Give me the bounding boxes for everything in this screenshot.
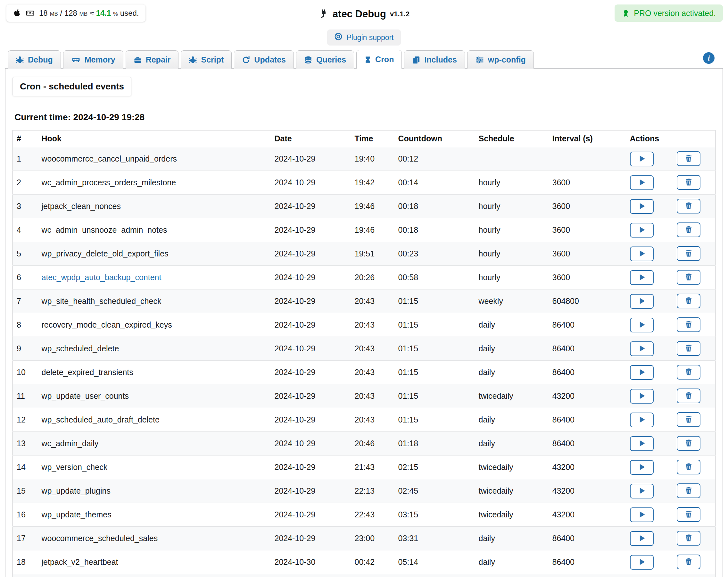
run-now-button[interactable] [630,294,654,309]
tab-label: Repair [146,55,171,65]
run-now-button[interactable] [630,223,654,237]
plugin-support-label: Plugin support [346,33,393,42]
delete-event-button[interactable] [677,199,700,214]
table-row: 6atec_wpdp_auto_backup_content2024-10-29… [13,266,716,290]
delete-event-button[interactable] [677,507,700,522]
row-schedule: daily [475,527,549,550]
hook-link[interactable]: atec_wpdp_auto_backup_content [42,273,161,282]
delete-event-button[interactable] [677,436,700,451]
delete-event-button[interactable] [677,270,700,285]
row-date: 2024-10-29 [271,408,351,432]
row-date: 2024-10-29 [271,195,351,218]
run-now-button[interactable] [630,152,654,166]
refresh-icon [242,56,250,64]
delete-event-button[interactable] [677,531,700,546]
run-now-button[interactable] [630,389,654,404]
tab-memory[interactable]: Memory [63,50,123,69]
hook-name: wp_update_plugins [42,486,110,495]
run-now-button[interactable] [630,507,654,522]
table-row: 4wc_admin_unsnooze_admin_notes2024-10-29… [13,218,716,242]
tab-script[interactable]: Script [181,50,232,69]
tab-cron[interactable]: Cron [356,50,402,69]
hook-name: delete_expired_transients [42,368,133,377]
tab-includes[interactable]: Includes [404,50,465,69]
row-interval: 43200 [549,479,626,503]
row-actions [626,266,716,290]
table-row: 3jetpack_clean_nonces2024-10-2919:4600:1… [13,195,716,218]
table-row: 9wp_scheduled_delete2024-10-2920:4301:15… [13,337,716,361]
row-number: 16 [13,503,38,527]
row-schedule: hourly [475,266,549,290]
row-number: 12 [13,408,38,432]
trash-icon [685,510,693,520]
column-header: Schedule [475,130,549,147]
run-now-button[interactable] [630,436,654,451]
tab-queries[interactable]: Queries [296,50,354,69]
delete-event-button[interactable] [677,483,700,498]
row-time: 20:43 [351,408,394,432]
tab-label: Cron [375,55,394,64]
row-time: 20:26 [351,266,394,290]
run-now-button[interactable] [630,247,654,261]
tab-label: Memory [85,55,115,65]
row-number: 1 [13,147,38,171]
row-number: 11 [13,384,38,408]
tab-debug[interactable]: Debug [8,50,61,69]
run-now-button[interactable] [630,531,654,546]
tab-repair[interactable]: Repair [126,50,179,69]
row-actions [626,503,716,527]
row-schedule: daily [475,361,549,384]
row-hook-cell: wp_version_check [38,455,271,479]
row-actions [626,408,716,432]
row-countdown: 00:12 [394,147,475,171]
row-actions [626,290,716,313]
row-time: 22:43 [351,503,394,527]
play-icon [638,273,646,282]
delete-event-button[interactable] [677,294,700,308]
delete-event-button[interactable] [677,460,700,474]
run-now-button[interactable] [630,342,654,356]
row-countdown: 01:15 [394,290,475,313]
row-number: 13 [13,432,38,455]
run-now-button[interactable] [630,175,654,190]
delete-event-button[interactable] [677,555,700,569]
run-now-button[interactable] [630,199,654,214]
delete-event-button[interactable] [677,151,700,166]
row-time: 20:43 [351,384,394,408]
row-actions [626,432,716,455]
delete-event-button[interactable] [677,365,700,379]
row-hook-cell: woocommerce_cleanup_personal_data [38,574,271,577]
plugin-support-button[interactable]: Plugin support [327,29,400,46]
delete-event-button[interactable] [677,223,700,237]
run-now-button[interactable] [630,412,654,427]
row-number: 18 [13,550,38,574]
info-button[interactable]: i [703,52,714,64]
run-now-button[interactable] [630,484,654,499]
delete-event-button[interactable] [677,412,700,427]
run-now-button[interactable] [630,555,654,570]
play-icon [638,249,646,259]
row-schedule: daily [475,337,549,361]
delete-event-button[interactable] [677,341,700,356]
row-date: 2024-10-29 [271,361,351,384]
tab-updates[interactable]: Updates [234,50,294,69]
run-now-button[interactable] [630,270,654,285]
row-countdown: 01:15 [394,361,475,384]
table-row: 16wp_update_themes2024-10-2922:4303:15tw… [13,503,716,527]
run-now-button[interactable] [630,318,654,332]
tab-wp-config[interactable]: wp-config [467,50,534,69]
delete-event-button[interactable] [677,246,700,261]
run-now-button[interactable] [630,365,654,380]
row-interval: 43200 [549,384,626,408]
table-row: 8recovery_mode_clean_expired_keys2024-10… [13,313,716,337]
row-actions [626,384,716,408]
trash-icon [685,273,693,282]
row-actions [626,195,716,218]
delete-event-button[interactable] [677,317,700,332]
delete-event-button[interactable] [677,175,700,190]
delete-event-button[interactable] [677,388,700,403]
run-now-button[interactable] [630,460,654,475]
play-icon [638,321,646,330]
play-icon [638,297,646,306]
row-hook-cell: wp_update_themes [38,503,271,527]
